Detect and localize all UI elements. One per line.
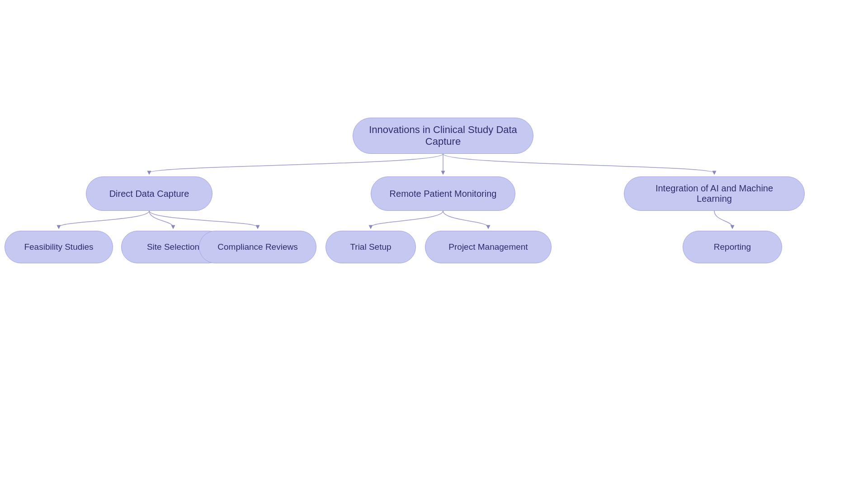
node-compliance: Compliance Reviews [199, 231, 316, 263]
node-root-label: Innovations in Clinical Study Data Captu… [366, 124, 520, 147]
node-site-selection-label: Site Selection [147, 242, 199, 252]
node-project-management: Project Management [425, 231, 552, 263]
node-trial-setup: Trial Setup [326, 231, 416, 263]
node-root: Innovations in Clinical Study Data Captu… [353, 118, 533, 154]
node-integration-ai: Integration of AI and Machine Learning [624, 176, 805, 211]
node-reporting-label: Reporting [714, 242, 751, 252]
node-integration-ai-label: Integration of AI and Machine Learning [637, 183, 792, 204]
node-remote-patient-label: Remote Patient Monitoring [390, 189, 497, 199]
node-direct-data: Direct Data Capture [86, 176, 212, 211]
node-direct-data-label: Direct Data Capture [109, 189, 189, 199]
node-compliance-label: Compliance Reviews [217, 242, 297, 252]
node-remote-patient: Remote Patient Monitoring [371, 176, 515, 211]
node-project-management-label: Project Management [448, 242, 528, 252]
node-reporting: Reporting [683, 231, 782, 263]
node-trial-setup-label: Trial Setup [350, 242, 391, 252]
node-feasibility-label: Feasibility Studies [24, 242, 93, 252]
diagram-container: Innovations in Clinical Study Data Captu… [0, 0, 868, 490]
node-feasibility: Feasibility Studies [5, 231, 113, 263]
